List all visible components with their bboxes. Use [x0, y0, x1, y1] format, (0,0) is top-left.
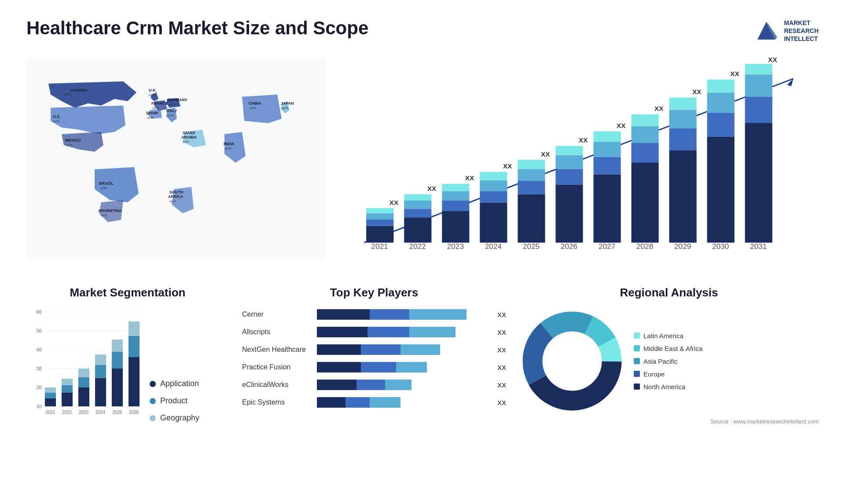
- svg-rect-131: [112, 369, 123, 406]
- svg-text:2021: 2021: [371, 242, 388, 251]
- world-map: CANADA xx% U.S. xx% MEXICO xx% BRAZIL xx…: [26, 57, 326, 259]
- legend-text-middle-east: Middle East & Africa: [643, 345, 702, 352]
- player-row-allscripts: Allscripts XX: [242, 326, 506, 338]
- svg-text:ITALY: ITALY: [166, 109, 177, 113]
- player-name-allscripts: Allscripts: [242, 328, 312, 336]
- svg-text:xx%: xx%: [250, 106, 256, 110]
- legend-label-application: Application: [160, 379, 199, 388]
- svg-text:10: 10: [37, 404, 42, 409]
- player-value-practice: XX: [497, 364, 506, 371]
- svg-rect-133: [112, 340, 123, 352]
- legend-color-europe: [634, 371, 640, 377]
- svg-rect-80: [632, 143, 659, 163]
- legend-europe: Europe: [634, 370, 819, 378]
- svg-text:xx%: xx%: [100, 213, 107, 217]
- player-name-nextgen: NextGen Healthcare: [242, 346, 312, 354]
- svg-text:U.S.: U.S.: [53, 114, 61, 119]
- svg-rect-61: [518, 194, 545, 243]
- svg-text:XX: XX: [692, 88, 702, 95]
- svg-rect-94: [707, 80, 735, 93]
- svg-rect-127: [95, 378, 106, 406]
- svg-text:2028: 2028: [636, 242, 653, 251]
- bar-svg-practice: [317, 361, 471, 373]
- svg-rect-51: [442, 191, 469, 201]
- svg-rect-44: [404, 209, 431, 217]
- legend-color-middle-east: [634, 345, 640, 351]
- svg-text:2030: 2030: [712, 242, 729, 251]
- svg-rect-57: [480, 180, 507, 191]
- svg-text:2029: 2029: [674, 242, 691, 251]
- regional-title: Regional Analysis: [519, 286, 819, 299]
- svg-rect-123: [78, 387, 89, 406]
- svg-rect-40: [366, 208, 393, 213]
- svg-rect-129: [95, 354, 106, 365]
- svg-rect-156: [370, 397, 400, 408]
- svg-text:2026: 2026: [561, 242, 577, 251]
- svg-text:xx%: xx%: [282, 106, 288, 110]
- svg-text:xx%: xx%: [169, 199, 176, 203]
- svg-rect-55: [480, 203, 507, 243]
- bar-svg-eclinical: [317, 379, 471, 391]
- player-row-cerner: Cerner XX: [242, 308, 506, 321]
- svg-rect-75: [593, 142, 621, 157]
- svg-text:xx%: xx%: [147, 116, 154, 120]
- legend-color-asia-pacific: [634, 358, 640, 364]
- svg-rect-68: [555, 169, 583, 184]
- svg-text:xx%: xx%: [167, 113, 174, 117]
- player-value-nextgen: XX: [497, 346, 506, 354]
- player-name-eclinical: eClinicalWorks: [242, 381, 312, 389]
- bar-svg-nextgen: [317, 343, 471, 356]
- segmentation-title: Market Segmentation: [26, 286, 229, 299]
- svg-text:2027: 2027: [599, 242, 615, 251]
- svg-rect-93: [707, 92, 735, 113]
- svg-rect-39: [366, 213, 393, 219]
- bottom-row: Market Segmentation 60 50 40 30 20 10: [26, 286, 819, 453]
- svg-rect-128: [95, 365, 106, 378]
- svg-text:SPAIN: SPAIN: [146, 111, 158, 115]
- legend-product: Product: [150, 396, 229, 405]
- svg-rect-50: [442, 201, 469, 211]
- svg-text:GERMANY: GERMANY: [167, 98, 187, 102]
- svg-rect-144: [409, 327, 456, 337]
- svg-text:xx%: xx%: [224, 146, 231, 150]
- segmentation-bar-chart: 60 50 40 30 20 10: [26, 308, 141, 423]
- svg-rect-56: [480, 191, 507, 203]
- players-list: Cerner XX Allscripts: [242, 308, 506, 409]
- svg-text:XX: XX: [617, 122, 626, 129]
- svg-text:BRAZIL: BRAZIL: [99, 181, 114, 186]
- player-bar-allscripts: [317, 326, 491, 338]
- svg-text:CANADA: CANADA: [70, 88, 88, 92]
- key-players-section: Top Key Players Cerner XX: [242, 286, 506, 453]
- svg-rect-70: [555, 146, 583, 155]
- svg-rect-99: [745, 74, 772, 97]
- player-value-epic: XX: [497, 399, 506, 406]
- svg-rect-98: [745, 97, 772, 123]
- svg-text:40: 40: [37, 347, 42, 352]
- svg-text:20: 20: [37, 385, 42, 390]
- svg-rect-154: [317, 397, 345, 408]
- svg-text:xx%: xx%: [66, 143, 73, 147]
- svg-rect-62: [518, 181, 545, 194]
- legend-text-latin-america: Latin America: [643, 332, 683, 340]
- player-bar-cerner: [317, 308, 491, 321]
- legend-north-america: North America: [634, 383, 819, 391]
- growth-bar-chart: 2021 XX 2022 XX 2023 XX: [339, 57, 819, 268]
- svg-rect-63: [518, 169, 545, 181]
- legend-text-europe: Europe: [643, 370, 665, 378]
- legend-dot-geography: [150, 415, 156, 421]
- svg-text:XX: XX: [541, 150, 550, 158]
- player-bar-practice: [317, 361, 491, 373]
- svg-rect-151: [317, 380, 356, 390]
- logo-text: MARKET RESEARCH INTELLECT: [784, 19, 819, 43]
- svg-rect-117: [45, 387, 56, 393]
- svg-rect-74: [593, 157, 621, 175]
- svg-rect-76: [593, 131, 621, 142]
- svg-text:U.K.: U.K.: [149, 88, 157, 92]
- legend-dot-application: [150, 381, 156, 387]
- svg-rect-69: [555, 155, 583, 169]
- svg-text:2023: 2023: [79, 410, 89, 415]
- svg-rect-148: [317, 362, 361, 373]
- player-row-practice: Practice Fusion XX: [242, 361, 506, 373]
- segmentation-chart-container: 60 50 40 30 20 10: [26, 308, 229, 423]
- svg-rect-64: [518, 160, 545, 169]
